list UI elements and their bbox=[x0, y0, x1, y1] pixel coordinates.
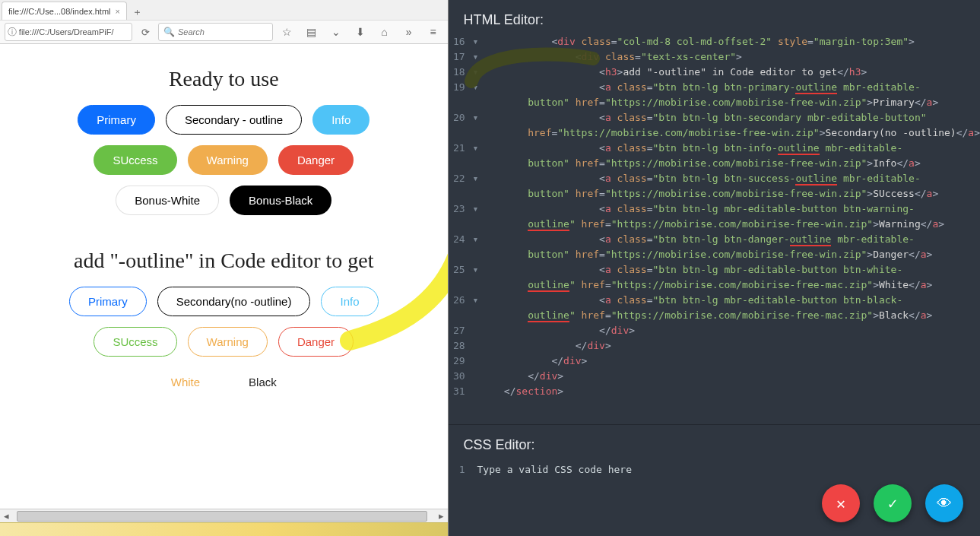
code-line[interactable]: 25▾ <a class="btn btn-lg mbr-editable-bu… bbox=[449, 262, 980, 278]
code-text[interactable]: <h3>add "-outline" in Code editor to get… bbox=[480, 65, 980, 80]
code-line-wrap[interactable]: button" href="https://mobirise.com/mobir… bbox=[449, 95, 980, 110]
code-text[interactable]: href="https://mobirise.com/mobirise-free… bbox=[480, 125, 980, 141]
code-line[interactable]: 20▾ <a class="btn btn-lg btn-secondary m… bbox=[449, 110, 980, 125]
code-text[interactable]: <a class="btn btn-lg mbr-editable-button… bbox=[480, 262, 980, 278]
fold-arrow-icon[interactable]: ▾ bbox=[473, 141, 480, 156]
confirm-button[interactable]: ✓ bbox=[874, 484, 912, 522]
search-bar[interactable]: 🔍 bbox=[158, 23, 273, 41]
overflow-icon[interactable]: » bbox=[399, 23, 419, 41]
btn-secondary-outline[interactable]: Secondary(no -outline) bbox=[157, 287, 311, 316]
code-line[interactable]: 24▾ <a class="btn btn-lg btn-danger-outl… bbox=[449, 232, 980, 247]
code-text[interactable]: <div class="text-xs-center"> bbox=[480, 49, 980, 65]
btn-black[interactable]: Bonus-Black bbox=[230, 186, 331, 215]
fold-arrow-icon[interactable]: ▾ bbox=[473, 293, 480, 308]
code-line[interactable]: 22▾ <a class="btn btn-lg btn-success-out… bbox=[449, 171, 980, 186]
code-text[interactable]: <a class="btn btn-lg mbr-editable-button… bbox=[480, 293, 980, 308]
fold-arrow-icon[interactable]: ▾ bbox=[473, 232, 480, 247]
code-text[interactable]: </div> bbox=[480, 323, 980, 338]
preview-button[interactable]: 👁 bbox=[925, 484, 963, 522]
cancel-button[interactable]: ✕ bbox=[822, 484, 860, 522]
code-line[interactable]: 29 </div> bbox=[449, 354, 980, 369]
code-line-wrap[interactable]: button" href="https://mobirise.com/mobir… bbox=[449, 186, 980, 201]
code-line-wrap[interactable]: href="https://mobirise.com/mobirise-free… bbox=[449, 125, 980, 141]
fold-arrow-icon[interactable]: ▾ bbox=[473, 65, 480, 80]
btn-black-outline[interactable]: Black bbox=[230, 367, 296, 397]
code-text[interactable]: </section> bbox=[480, 384, 980, 399]
code-line[interactable]: 26▾ <a class="btn btn-lg mbr-editable-bu… bbox=[449, 293, 980, 308]
fold-arrow-icon[interactable] bbox=[473, 323, 480, 338]
code-text[interactable]: <a class="btn btn-lg mbr-editable-button… bbox=[480, 201, 980, 217]
address-input[interactable] bbox=[19, 27, 132, 36]
code-text[interactable]: <a class="btn btn-lg btn-info-outline mb… bbox=[480, 141, 980, 156]
code-text[interactable]: outline" href="https://mobirise.com/mobi… bbox=[480, 278, 980, 293]
btn-danger[interactable]: Danger bbox=[278, 145, 354, 175]
code-line[interactable]: 17▾ <div class="text-xs-center"> bbox=[449, 49, 980, 65]
code-line-wrap[interactable]: outline" href="https://mobirise.com/mobi… bbox=[449, 217, 980, 232]
html-editor[interactable]: 16▾ <div class="col-md-8 col-md-offset-2… bbox=[449, 34, 980, 424]
fold-arrow-icon[interactable] bbox=[473, 354, 480, 369]
menu-icon[interactable]: ≡ bbox=[423, 23, 443, 41]
code-line-wrap[interactable]: button" href="https://mobirise.com/mobir… bbox=[449, 156, 980, 171]
reload-button[interactable]: ⟳ bbox=[137, 23, 154, 41]
btn-danger-outline[interactable]: Danger bbox=[278, 327, 354, 357]
fold-arrow-icon[interactable]: ▾ bbox=[473, 49, 480, 65]
scroll-thumb[interactable] bbox=[17, 511, 427, 522]
code-text[interactable]: </div> bbox=[480, 354, 980, 369]
pocket-icon[interactable]: ⌄ bbox=[326, 23, 346, 41]
address-bar[interactable]: ⓘ bbox=[5, 23, 132, 41]
new-tab-button[interactable]: ＋ bbox=[129, 5, 146, 20]
page-viewport[interactable]: Ready to use Primary Secondary - outline… bbox=[0, 44, 448, 522]
code-text[interactable]: button" href="https://mobirise.com/mobir… bbox=[480, 95, 980, 110]
code-text[interactable]: button" href="https://mobirise.com/mobir… bbox=[480, 156, 980, 171]
btn-warning[interactable]: Warning bbox=[188, 145, 268, 175]
code-line[interactable]: 23▾ <a class="btn btn-lg mbr-editable-bu… bbox=[449, 201, 980, 217]
code-text[interactable]: </div> bbox=[480, 338, 980, 354]
btn-info[interactable]: Info bbox=[312, 105, 369, 135]
search-input[interactable] bbox=[178, 27, 268, 36]
btn-info-outline[interactable]: Info bbox=[321, 287, 378, 316]
code-text[interactable]: <a class="btn btn-lg btn-success-outline… bbox=[480, 171, 980, 186]
fold-arrow-icon[interactable]: ▾ bbox=[473, 171, 480, 186]
btn-primary-outline[interactable]: Primary bbox=[69, 287, 147, 316]
btn-white[interactable]: Bonus-White bbox=[116, 186, 219, 215]
code-line[interactable]: 31 </section> bbox=[449, 384, 980, 399]
btn-white-outline[interactable]: White bbox=[152, 367, 219, 397]
fold-arrow-icon[interactable] bbox=[473, 338, 480, 354]
btn-primary[interactable]: Primary bbox=[78, 105, 155, 135]
close-icon[interactable]: × bbox=[116, 7, 120, 16]
browser-tab[interactable]: file:///C:/Use...08/index.html × bbox=[2, 2, 127, 20]
btn-warning-outline[interactable]: Warning bbox=[188, 327, 268, 357]
fold-arrow-icon[interactable] bbox=[473, 384, 480, 399]
code-text[interactable]: outline" href="https://mobirise.com/mobi… bbox=[480, 217, 980, 232]
identity-icon[interactable]: ⓘ bbox=[5, 26, 19, 39]
code-line[interactable]: 19▾ <a class="btn btn-lg btn-primary-out… bbox=[449, 80, 980, 95]
scroll-right-icon[interactable]: ▸ bbox=[436, 510, 448, 522]
code-line[interactable]: 30 </div> bbox=[449, 369, 980, 384]
code-line[interactable]: 21▾ <a class="btn btn-lg btn-info-outlin… bbox=[449, 141, 980, 156]
home-icon[interactable]: ⌂ bbox=[375, 23, 395, 41]
fold-arrow-icon[interactable]: ▾ bbox=[473, 262, 480, 278]
code-line-wrap[interactable]: outline" href="https://mobirise.com/mobi… bbox=[449, 308, 980, 323]
fold-arrow-icon[interactable]: ▾ bbox=[473, 201, 480, 217]
code-text[interactable]: <a class="btn btn-lg btn-danger-outline … bbox=[480, 232, 980, 247]
reader-icon[interactable]: ▤ bbox=[302, 23, 322, 41]
code-line-wrap[interactable]: outline" href="https://mobirise.com/mobi… bbox=[449, 278, 980, 293]
code-line[interactable]: 16▾ <div class="col-md-8 col-md-offset-2… bbox=[449, 34, 980, 49]
downloads-icon[interactable]: ⬇ bbox=[350, 23, 370, 41]
fold-arrow-icon[interactable]: ▾ bbox=[473, 80, 480, 95]
code-text[interactable]: <a class="btn btn-lg btn-secondary mbr-e… bbox=[480, 110, 980, 125]
code-text[interactable]: button" href="https://mobirise.com/mobir… bbox=[480, 247, 980, 262]
code-line[interactable]: 27 </div> bbox=[449, 323, 980, 338]
code-text[interactable]: <a class="btn btn-lg btn-primary-outline… bbox=[480, 80, 980, 95]
btn-success[interactable]: SUccess bbox=[94, 145, 176, 175]
fold-arrow-icon[interactable] bbox=[473, 369, 480, 384]
btn-secondary[interactable]: Secondary - outline bbox=[166, 105, 302, 135]
btn-success-outline[interactable]: SUccess bbox=[94, 327, 176, 357]
fold-arrow-icon[interactable]: ▾ bbox=[473, 34, 480, 49]
code-text[interactable]: button" href="https://mobirise.com/mobir… bbox=[480, 186, 980, 201]
scroll-left-icon[interactable]: ◂ bbox=[0, 510, 12, 522]
horizontal-scrollbar[interactable]: ◂ ▸ bbox=[0, 509, 448, 522]
code-line[interactable]: 18▾ <h3>add "-outline" in Code editor to… bbox=[449, 65, 980, 80]
code-line[interactable]: 28 </div> bbox=[449, 338, 980, 354]
fold-arrow-icon[interactable]: ▾ bbox=[473, 110, 480, 125]
